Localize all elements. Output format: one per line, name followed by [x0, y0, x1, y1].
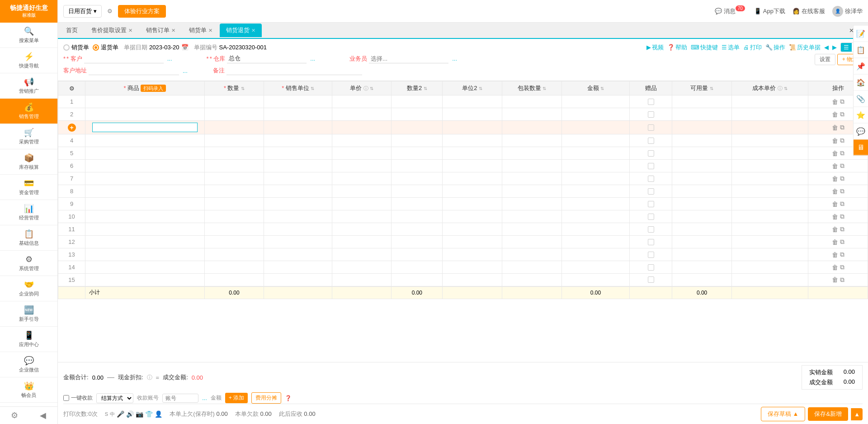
amount-cell[interactable] — [561, 274, 630, 286]
tab-sales-order-close[interactable]: ✕ — [171, 28, 175, 33]
unit-cell[interactable] — [264, 274, 332, 286]
delete-row-btn[interactable]: 🗑 — [832, 137, 838, 144]
gift-checkbox[interactable] — [648, 226, 654, 233]
price-cell[interactable] — [332, 185, 392, 198]
video-action[interactable]: ▶ 视频 — [646, 43, 664, 52]
copy-row-btn[interactable]: ⧉ — [840, 263, 844, 271]
unit2-cell[interactable] — [443, 248, 502, 261]
right-panel-home[interactable]: 🏠 — [854, 75, 868, 91]
delete-row-btn[interactable]: 🗑 — [832, 200, 838, 208]
pkg-cell[interactable] — [502, 108, 562, 121]
radio-sale-bill[interactable]: 销货单 — [63, 43, 89, 52]
delete-row-btn[interactable]: 🗑 — [832, 175, 838, 182]
gift-cell[interactable] — [630, 223, 672, 236]
unit-sort-icon[interactable]: ⇅ — [311, 86, 314, 91]
history-action[interactable]: 📜 历史单据 — [789, 43, 821, 52]
amount-cell[interactable] — [561, 172, 630, 185]
pkg-cell[interactable] — [502, 198, 562, 210]
gift-cell[interactable] — [630, 147, 672, 160]
amount-cell[interactable] — [561, 134, 630, 147]
pkg-cell[interactable] — [502, 261, 562, 274]
save-draft-btn[interactable]: 保存草稿 ▲ — [761, 407, 806, 421]
qty2-cell[interactable] — [392, 121, 443, 134]
unit-cell[interactable] — [264, 134, 332, 147]
col-cost-header[interactable]: 成本单价 ⓘ ⇅ — [731, 81, 808, 95]
col-unit2-header[interactable]: 单位2 ⇅ — [443, 81, 502, 95]
account-dots[interactable]: ... — [202, 395, 207, 401]
copy-row-btn[interactable]: ⧉ — [840, 238, 844, 246]
col-unit-header[interactable]: * 销售单位 ⇅ — [264, 81, 332, 95]
amount-cell[interactable] — [561, 198, 630, 210]
price-cell[interactable] — [332, 198, 392, 210]
select-action[interactable]: ☰ 选单 — [722, 43, 740, 52]
qty-cell[interactable] — [204, 236, 264, 248]
product-cell[interactable] — [85, 248, 204, 261]
tab-sales-bill-close[interactable]: ✕ — [208, 28, 212, 33]
remarks-input[interactable] — [226, 66, 362, 75]
online-service-btn[interactable]: 👩 在线客服 — [793, 7, 825, 15]
qty2-cell[interactable] — [392, 274, 443, 286]
right-panel-star[interactable]: ⭐ — [854, 107, 868, 124]
gift-checkbox[interactable] — [648, 176, 654, 182]
copy-row-btn[interactable]: ⧉ — [840, 110, 844, 118]
product-cell[interactable] — [85, 261, 204, 274]
right-panel-clipboard[interactable]: 📋 — [854, 42, 868, 58]
col-qty2-header[interactable]: 数量2 ⇅ — [392, 81, 443, 95]
shortcut-action[interactable]: ⌨ 快捷键 — [691, 43, 718, 52]
delete-row-btn[interactable]: 🗑 — [832, 213, 838, 220]
shirt-icon[interactable]: 👕 — [145, 410, 153, 418]
qty-cell[interactable] — [204, 198, 264, 210]
qty2-sort-icon[interactable]: ⇅ — [424, 86, 427, 91]
sidebar-item-operations[interactable]: 📊 经营管理 — [0, 200, 57, 225]
qty-cell[interactable] — [204, 134, 264, 147]
sidebar-item-guide[interactable]: 🆕 新手引导 — [0, 301, 57, 327]
pkg-cell[interactable] — [502, 134, 562, 147]
avail-sort-icon[interactable]: ⇅ — [710, 86, 713, 91]
radio-return-bill[interactable]: 退货单 — [93, 43, 118, 52]
qty-cell[interactable] — [204, 274, 264, 286]
unit-cell[interactable] — [264, 95, 332, 108]
pkg-cell[interactable] — [502, 95, 562, 108]
copy-row-btn[interactable]: ⧉ — [840, 251, 844, 258]
settings-side-btn[interactable]: 设置 — [815, 54, 835, 65]
unit2-cell[interactable] — [443, 274, 502, 286]
gift-cell[interactable] — [630, 198, 672, 210]
qty-cell[interactable] — [204, 160, 264, 172]
sidebar-item-quick-nav[interactable]: ⚡ 快捷导航 — [0, 48, 57, 73]
qty-cell[interactable] — [204, 121, 264, 134]
add-payment-btn[interactable]: + 添加 — [225, 393, 248, 403]
nav-prev-btn[interactable]: ◀ — [824, 44, 829, 51]
experience-btn[interactable]: 体验行业方案 — [118, 5, 166, 18]
delete-row-btn[interactable]: 🗑 — [832, 111, 838, 118]
unit-cell[interactable] — [264, 172, 332, 185]
copy-row-btn[interactable]: ⧉ — [840, 124, 844, 131]
pkg-cell[interactable] — [502, 185, 562, 198]
right-panel-screen[interactable]: 🖥 — [854, 140, 868, 156]
unit2-sort-icon[interactable]: ⇅ — [479, 86, 482, 91]
settings-bottom-btn[interactable]: ⚙ — [0, 407, 29, 424]
product-cell[interactable] — [85, 172, 204, 185]
unit2-cell[interactable] — [443, 185, 502, 198]
gift-cell[interactable] — [630, 248, 672, 261]
tab-sales-order[interactable]: 销售订单 ✕ — [140, 24, 182, 37]
gift-cell[interactable] — [630, 274, 672, 286]
price-cell[interactable] — [332, 261, 392, 274]
unit2-cell[interactable] — [443, 95, 502, 108]
copy-row-btn[interactable]: ⧉ — [840, 187, 844, 195]
qty-cell[interactable] — [204, 261, 264, 274]
gift-checkbox[interactable] — [648, 252, 654, 258]
unit-cell[interactable] — [264, 108, 332, 121]
calendar-icon[interactable]: 📅 — [181, 44, 189, 51]
sidebar-item-wechat[interactable]: 💬 企业微信 — [0, 352, 57, 377]
qty2-cell[interactable] — [392, 108, 443, 121]
product-cell[interactable] — [85, 198, 204, 210]
price-info-icon[interactable]: ⓘ — [363, 86, 368, 91]
amount-cell[interactable] — [561, 121, 630, 134]
delete-row-btn[interactable]: 🗑 — [832, 150, 838, 157]
unit2-cell[interactable] — [443, 223, 502, 236]
product-cell[interactable] — [85, 134, 204, 147]
qty2-cell[interactable] — [392, 172, 443, 185]
right-panel-note[interactable]: 📝 — [854, 26, 868, 42]
warehouse-input[interactable] — [227, 54, 307, 63]
amount-cell[interactable] — [561, 160, 630, 172]
